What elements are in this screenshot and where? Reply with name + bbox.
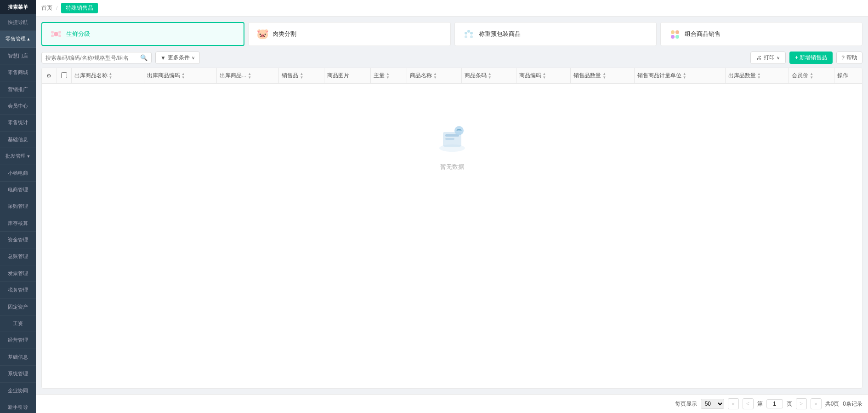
top-bar: 首页 / 特殊销售品 — [36, 0, 868, 17]
tab-meat-cut[interactable]: 🐷 肉类分割 — [248, 22, 450, 46]
svg-rect-17 — [445, 138, 454, 140]
sidebar-item-inventory[interactable]: 库存核算 — [0, 215, 36, 232]
per-page-select[interactable]: 10 20 50 100 — [701, 399, 724, 409]
breadcrumb-home[interactable]: 首页 — [41, 4, 52, 12]
col-outlet-name: 出库商品名称▲▼ — [71, 68, 144, 84]
sidebar-item-payroll[interactable]: 工资 — [0, 315, 36, 332]
col-checkbox[interactable] — [57, 68, 71, 84]
per-page-label: 每页显示 — [675, 400, 697, 408]
sidebar-item-member-center[interactable]: 会员中心 — [0, 98, 36, 115]
tab-fresh-grade-label: 生鲜分级 — [66, 30, 90, 38]
svg-point-11 — [675, 30, 679, 34]
sidebar-item-sys-mgmt[interactable]: 系统管理 — [0, 366, 36, 382]
tab-scale-pack-label: 称重预包装商品 — [479, 30, 521, 38]
empty-state: 暂无数据 — [42, 84, 862, 208]
print-button[interactable]: 🖨 打印 ∨ — [750, 52, 786, 64]
search-input[interactable] — [45, 55, 140, 61]
svg-point-6 — [467, 30, 470, 33]
new-item-button[interactable]: + 新增销售品 — [789, 52, 833, 64]
tab-meat-cut-label: 肉类分割 — [272, 30, 296, 38]
sidebar-item-enterprise[interactable]: 企业协同 — [0, 383, 36, 399]
breadcrumb-current[interactable]: 特殊销售品 — [61, 3, 98, 13]
page-label: 第 — [757, 400, 763, 408]
sidebar-item-basic-info2[interactable]: 基础信息 — [0, 349, 36, 366]
tab-fresh-grade[interactable]: 生鲜分级 — [41, 22, 244, 46]
sidebar-item-invoice-mgmt[interactable]: 发票管理 — [0, 265, 36, 282]
svg-point-13 — [675, 35, 679, 39]
svg-point-5 — [465, 32, 467, 34]
page-unit: 页 — [787, 400, 792, 408]
search-box[interactable]: 🔍 — [41, 52, 152, 63]
page-last-button[interactable]: » — [811, 398, 822, 409]
toolbar: 🔍 ▼ 更多条件 ∨ 🖨 打印 ∨ + 新增销售品 ? 帮助 — [41, 52, 862, 64]
col-sale-unit: 销售商品计量单位▲▼ — [634, 68, 725, 84]
svg-point-10 — [671, 30, 675, 34]
data-table-wrapper: ⚙ 出库商品名称▲▼ 出库商品编码▲▼ 出库商品...▲▼ 销售品▲▼ — [41, 68, 862, 389]
svg-point-8 — [465, 35, 467, 38]
search-icon[interactable]: 🔍 — [140, 54, 148, 61]
help-icon: ? — [841, 55, 845, 61]
col-product-name: 商品名称▲▼ — [407, 68, 462, 84]
page-input[interactable] — [766, 399, 783, 408]
svg-point-0 — [54, 32, 58, 36]
sidebar: 搜索菜单 快捷导航 零售管理 ▲ 智慧门店 零售商城 营销推广 会员中心 零售统… — [0, 0, 36, 413]
select-all-checkbox[interactable] — [61, 72, 67, 78]
print-icon: 🖨 — [756, 55, 762, 61]
filter-icon: ▼ — [160, 55, 166, 61]
breadcrumb-separator: / — [56, 5, 57, 11]
sidebar-item-retail-mgmt[interactable]: 零售管理 ▲ — [0, 31, 36, 47]
svg-point-3 — [51, 34, 54, 37]
empty-icon — [434, 120, 471, 157]
fresh-grade-icon — [50, 28, 62, 40]
sidebar-item-ops-mgmt[interactable]: 经营管理 — [0, 332, 36, 349]
content-area: 生鲜分级 🐷 肉类分割 称重预包装商品 — [36, 17, 868, 394]
col-operation: 操作 — [834, 68, 862, 84]
toolbar-left: 🔍 ▼ 更多条件 ∨ — [41, 52, 200, 64]
sidebar-item-sales-promo[interactable]: 营销推广 — [0, 81, 36, 98]
help-button[interactable]: ? 帮助 — [836, 52, 862, 64]
filter-label: 更多条件 — [168, 54, 190, 62]
col-product-barcode: 商品条码▲▼ — [461, 68, 516, 84]
sidebar-item-basic-info[interactable]: 基础信息 — [0, 132, 36, 148]
sidebar-item-general-ledger[interactable]: 总账管理 — [0, 248, 36, 265]
page-prev-button[interactable]: < — [743, 398, 754, 409]
sidebar-item-tax-mgmt[interactable]: 税务管理 — [0, 282, 36, 298]
total-records: 0条记录 — [843, 400, 862, 408]
tab-scale-pack[interactable]: 称重预包装商品 — [454, 22, 657, 46]
filter-chevron-icon: ∨ — [192, 55, 195, 60]
sidebar-item-finance[interactable]: 资金管理 — [0, 232, 36, 248]
svg-point-9 — [470, 35, 473, 38]
sidebar-item-smart-store[interactable]: 智慧门店 — [0, 48, 36, 64]
sidebar-logo[interactable]: 搜索菜单 — [0, 0, 36, 14]
sidebar-item-fixed-assets[interactable]: 固定资产 — [0, 299, 36, 315]
col-outlet-info: 出库商品...▲▼ — [217, 68, 279, 84]
col-product-img: 商品图片 — [324, 68, 371, 84]
toolbar-right: 🖨 打印 ∨ + 新增销售品 ? 帮助 — [750, 52, 862, 64]
combo-sale-icon — [668, 28, 681, 40]
sidebar-item-mini-ecom[interactable]: 小畅电商 — [0, 165, 36, 182]
tab-combo-sale[interactable]: 组合商品销售 — [660, 22, 862, 46]
tab-combo-sale-label: 组合商品销售 — [685, 30, 720, 38]
tabs-row: 生鲜分级 🐷 肉类分割 称重预包装商品 — [41, 22, 862, 46]
col-product-code: 商品编码▲▼ — [516, 68, 571, 84]
meat-cut-icon: 🐷 — [256, 28, 269, 40]
filter-button[interactable]: ▼ 更多条件 ∨ — [155, 52, 200, 64]
total-pages: 共0页 — [825, 400, 840, 408]
page-first-button[interactable]: « — [728, 398, 739, 409]
svg-point-2 — [58, 31, 61, 34]
page-next-button[interactable]: > — [796, 398, 807, 409]
sidebar-item-ecom-mgmt[interactable]: 电商管理 — [0, 182, 36, 198]
main-area: 首页 / 特殊销售品 生鲜分级 🐷 肉 — [36, 0, 868, 413]
col-settings[interactable]: ⚙ — [42, 68, 57, 84]
sidebar-item-purchase-mgmt[interactable]: 采购管理 — [0, 198, 36, 215]
svg-point-4 — [58, 34, 61, 37]
sidebar-item-new-guide[interactable]: 新手引导 — [0, 399, 36, 413]
sidebar-item-wholesale-mgmt[interactable]: 批发管理 ▼ — [0, 148, 36, 165]
col-outlet-qty: 出库品数量▲▼ — [725, 68, 789, 84]
sidebar-item-retail-stats[interactable]: 零售统计 — [0, 115, 36, 131]
col-sale-item: 销售品▲▼ — [279, 68, 324, 84]
sidebar-item-quick-nav[interactable]: 快捷导航 — [0, 14, 36, 31]
sidebar-item-retail-mall[interactable]: 零售商城 — [0, 64, 36, 81]
svg-point-12 — [671, 35, 675, 39]
empty-text: 暂无数据 — [440, 163, 464, 171]
